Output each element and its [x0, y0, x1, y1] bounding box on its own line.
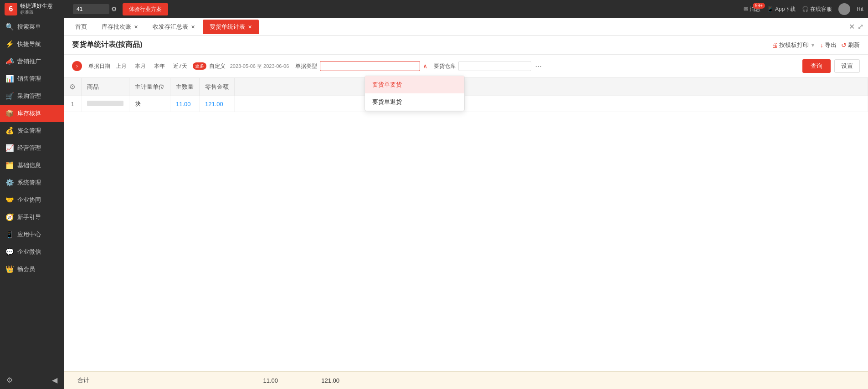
headset-icon: 🎧 — [802, 6, 809, 12]
col-unit: 主计量单位 — [129, 78, 170, 96]
tab-bar: 首页 库存批次账 ✕ 收发存汇总表 ✕ 要货单统计表 ✕ ✕ ⤢ — [64, 18, 868, 36]
sidebar-item-label: 采购管理 — [17, 92, 41, 100]
dropdown-item-order-goods[interactable]: 要货单要货 — [365, 76, 464, 93]
filter-more-icon[interactable]: ··· — [535, 61, 542, 71]
logo-icon: 6 — [5, 3, 17, 15]
sidebar-item-label: 新手引导 — [17, 213, 41, 221]
sidebar-item-system[interactable]: ⚙️ 系统管理 — [0, 174, 64, 191]
date-btn-7days[interactable]: 近7天 — [170, 61, 190, 71]
sidebar-item-wechat[interactable]: 💬 企业微信 — [0, 243, 64, 261]
topbar-tabs: ⚙ 体验行业方案 — [68, 3, 744, 15]
filter-toggle-btn[interactable]: › — [72, 61, 82, 71]
sidebar-collapse-icon[interactable]: ◀ — [52, 376, 57, 384]
topbar: 6 畅捷通好生意 标准版 ⚙ 体验行业方案 ✉ 消息 99+ 📱 App下载 🎧… — [0, 0, 868, 18]
print-btn[interactable]: 🖨 按模板打印 ▼ — [771, 41, 816, 49]
type-filter-arrow-icon[interactable]: ∧ — [423, 62, 427, 70]
table-row: 1 块 11.00 121.00 — [64, 96, 868, 112]
tab-stock-close[interactable]: ✕ — [134, 24, 138, 30]
footer-label: 合计 — [72, 376, 160, 384]
username: Rit — [857, 6, 863, 12]
sidebar-search-label: 搜索菜单 — [17, 23, 41, 31]
date-btn-this-month[interactable]: 本月 — [132, 61, 149, 71]
money-icon: 💰 — [5, 127, 14, 135]
sidebar-item-purchase[interactable]: 🛒 采购管理 — [0, 87, 64, 105]
col-settings-icon[interactable]: ⚙ — [69, 83, 76, 91]
tab-summary[interactable]: 收发存汇总表 ✕ — [146, 20, 202, 34]
tab-order-stat-close[interactable]: ✕ — [248, 24, 252, 30]
warehouse-filter-input[interactable] — [458, 61, 531, 71]
sidebar-item-finance[interactable]: 💰 资金管理 — [0, 122, 64, 139]
handshake-icon: 🤝 — [5, 196, 14, 204]
tab-expand-icon[interactable]: ⤢ — [858, 22, 863, 31]
sidebar-item-base-info[interactable]: 🗂️ 基础信息 — [0, 157, 64, 174]
sidebar-settings-icon[interactable]: ⚙ — [6, 376, 13, 384]
col-qty: 主数量 — [170, 78, 200, 96]
lightning-icon: ⚡ — [5, 40, 14, 48]
sidebar-item-sales[interactable]: 📊 销售管理 — [0, 70, 64, 87]
sidebar-item-guide[interactable]: 🧭 新手引导 — [0, 209, 64, 226]
type-dropdown: 要货单要货 要货单退货 — [365, 76, 465, 111]
tab-home[interactable]: 首页 — [68, 20, 94, 34]
sidebar: 🔍 搜索菜单 ⚡ 快捷导航 📣 营销推广 📊 销售管理 🛒 采购管理 📦 库存核… — [0, 18, 64, 389]
sidebar-item-quick-nav[interactable]: ⚡ 快捷导航 — [0, 36, 64, 53]
trending-icon: 📈 — [5, 144, 14, 152]
tab-summary-close[interactable]: ✕ — [191, 24, 195, 30]
megaphone-icon: 📣 — [5, 57, 14, 66]
row-unit: 块 — [129, 96, 170, 112]
service-btn[interactable]: 🎧 在线客服 — [802, 5, 832, 13]
avatar[interactable] — [838, 3, 850, 15]
col-settings[interactable]: ⚙ — [64, 78, 82, 96]
date-more-badge[interactable]: 更多 — [193, 62, 206, 70]
tab-number-input[interactable] — [73, 4, 109, 14]
content-area: 首页 库存批次账 ✕ 收发存汇总表 ✕ 要货单统计表 ✕ ✕ ⤢ 要货单统计表(… — [64, 18, 868, 389]
sidebar-item-label: 营销推广 — [17, 57, 41, 66]
sidebar-item-label: 快捷导航 — [17, 40, 41, 48]
footer-amount: 121.00 — [285, 377, 339, 384]
sidebar-item-label: 库存核算 — [17, 109, 41, 118]
type-filter-label: 单据类型 — [295, 62, 317, 70]
table-area: ⚙ 商品 主计量单位 主数量 零售金额 1 — [64, 78, 868, 371]
query-btn[interactable]: 查询 — [802, 59, 831, 73]
app-edition: 标准版 — [20, 9, 53, 15]
date-btn-this-year[interactable]: 本年 — [151, 61, 168, 71]
msg-badge: 99+ — [753, 3, 765, 9]
main-layout: 🔍 搜索菜单 ⚡ 快捷导航 📣 营销推广 📊 销售管理 🛒 采购管理 📦 库存核… — [0, 18, 868, 389]
data-table: ⚙ 商品 主计量单位 主数量 零售金额 1 — [64, 78, 868, 112]
sidebar-item-label: 基础信息 — [17, 161, 41, 169]
sidebar-item-operation[interactable]: 📈 经营管理 — [0, 139, 64, 157]
msg-btn[interactable]: ✉ 消息 99+ — [744, 5, 760, 13]
refresh-btn[interactable]: ↺ 刷新 — [841, 41, 860, 49]
sidebar-item-label: 资金管理 — [17, 127, 41, 135]
sidebar-item-enterprise[interactable]: 🤝 企业协同 — [0, 191, 64, 209]
phone-icon: 📱 — [767, 6, 774, 12]
export-icon: ↓ — [820, 41, 823, 49]
sidebar-item-member[interactable]: 👑 畅会员 — [0, 261, 64, 278]
sidebar-item-search[interactable]: 🔍 搜索菜单 — [0, 18, 64, 36]
date-custom-btn[interactable]: 自定义 — [209, 62, 226, 70]
tab-bar-actions: ✕ ⤢ — [849, 22, 863, 31]
sidebar-item-label: 销售管理 — [17, 75, 41, 83]
dropdown-item-order-return[interactable]: 要货单退货 — [365, 93, 464, 111]
date-btn-last-month[interactable]: 上月 — [113, 61, 129, 71]
sidebar-item-app-center[interactable]: 📱 应用中心 — [0, 226, 64, 243]
date-filter-section: 单据日期 上月 本月 本年 近7天 更多 自定义 2023-05-06 至 20… — [88, 61, 289, 71]
export-btn[interactable]: ↓ 导出 — [820, 41, 837, 49]
page-header-actions: 🖨 按模板打印 ▼ ↓ 导出 ↺ 刷新 — [771, 41, 860, 54]
msg-icon: ✉ — [744, 6, 748, 12]
type-filter-input[interactable] — [320, 61, 420, 71]
col-amount: 零售金额 — [200, 78, 235, 96]
folder-icon: 🗂️ — [5, 161, 14, 169]
industry-btn[interactable]: 体验行业方案 — [123, 3, 168, 15]
tab-close-all-icon[interactable]: ✕ — [849, 22, 855, 31]
setting-btn[interactable]: 设置 — [834, 59, 860, 73]
print-chevron-icon[interactable]: ▼ — [810, 42, 816, 48]
sidebar-item-marketing[interactable]: 📣 营销推广 — [0, 53, 64, 70]
tab-order-stat[interactable]: 要货单统计表 ✕ — [203, 20, 259, 34]
tab-stock[interactable]: 库存批次账 ✕ — [95, 20, 145, 34]
settings-gear-icon[interactable]: ⚙ — [111, 5, 117, 13]
chat-icon: 💬 — [5, 248, 14, 256]
app-download-btn[interactable]: 📱 App下载 — [767, 5, 796, 13]
sidebar-item-label: 企业微信 — [17, 248, 41, 256]
mobile-icon: 📱 — [5, 230, 14, 239]
sidebar-item-inventory[interactable]: 📦 库存核算 — [0, 105, 64, 122]
